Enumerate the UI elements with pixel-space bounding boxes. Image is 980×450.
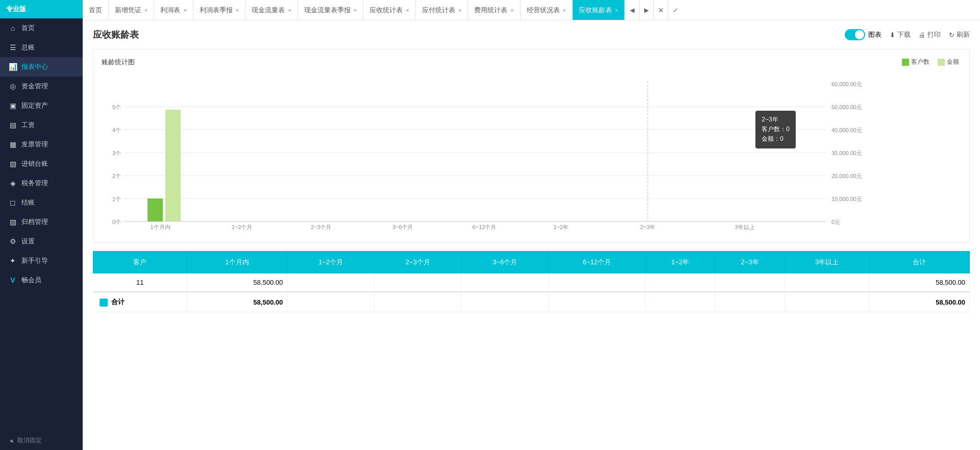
tab-next-button[interactable]: ▶ bbox=[639, 0, 653, 20]
tab-cashflow-quarterly[interactable]: 现金流量表季报 × bbox=[298, 0, 363, 20]
tab-close-receivable-stats[interactable]: × bbox=[406, 7, 409, 13]
tab-close-cashflow-quarterly[interactable]: × bbox=[354, 7, 357, 13]
sidebar-item-label: 进销台账 bbox=[21, 159, 48, 168]
chart-title: 账龄统计图 bbox=[102, 58, 961, 67]
assets-icon: ▣ bbox=[8, 102, 17, 110]
tab-close-all-button[interactable]: ✕ bbox=[653, 0, 668, 20]
sidebar-item-label: 固定资产 bbox=[21, 101, 48, 110]
sidebar-item-invoice[interactable]: ▦ 发票管理 bbox=[0, 135, 83, 154]
cell-y12 bbox=[645, 273, 715, 292]
sidebar-item-funds[interactable]: ◎ 资金管理 bbox=[0, 77, 83, 96]
col-y23: 2~3年 bbox=[715, 252, 785, 273]
aging-table: 客户 1个月内 1~2个月 2~3个月 3~6个月 6~12个月 1~2年 2~… bbox=[93, 251, 970, 312]
main-content: 首页 新增凭证 × 利润表 × 利润表季报 × 现金流量表 × 现金流量表季报 … bbox=[83, 0, 980, 450]
tab-bar: 首页 新增凭证 × 利润表 × 利润表季报 × 现金流量表 × 现金流量表季报 … bbox=[83, 0, 980, 20]
tab-close-new-voucher[interactable]: × bbox=[144, 7, 148, 13]
sidebar-item-reports[interactable]: 📊 报表中心 bbox=[0, 57, 83, 77]
download-button[interactable]: ⬇ 下载 bbox=[890, 30, 911, 39]
tab-cashflow[interactable]: 现金流量表 × bbox=[246, 0, 298, 20]
cell-total-total: 58,500.00 bbox=[869, 292, 969, 312]
chart-legend: 客户数 金额 bbox=[902, 58, 959, 66]
tab-close-profit[interactable]: × bbox=[183, 7, 186, 13]
toggle-switch-button[interactable] bbox=[845, 29, 865, 40]
svg-text:5个: 5个 bbox=[112, 104, 121, 110]
tab-new-voucher[interactable]: 新增凭证 × bbox=[109, 0, 154, 20]
sidebar-item-settings[interactable]: ⚙ 设置 bbox=[0, 232, 83, 251]
page-content-area: 应收账龄表 图表 ⬇ 下载 🖨 打印 ↻ bbox=[83, 20, 980, 450]
tab-close-profit-quarterly[interactable]: × bbox=[236, 7, 239, 13]
svg-text:1~2个月: 1~2个月 bbox=[232, 224, 253, 230]
svg-text:2~3个月: 2~3个月 bbox=[311, 224, 332, 230]
sidebar-item-label: 首页 bbox=[21, 23, 35, 33]
refresh-button[interactable]: ↻ 刷新 bbox=[949, 30, 970, 39]
tab-profit-quarterly[interactable]: 利润表季报 × bbox=[193, 0, 246, 20]
col-m23: 2~3个月 bbox=[374, 252, 461, 273]
page-inner: 应收账龄表 图表 ⬇ 下载 🖨 打印 ↻ bbox=[83, 20, 980, 450]
sidebar-item-inventory[interactable]: ▧ 进销台账 bbox=[0, 154, 83, 173]
svg-rect-1 bbox=[938, 59, 945, 66]
sidebar-item-archive[interactable]: ▨ 归档管理 bbox=[0, 212, 83, 232]
col-m12: 1~2个月 bbox=[287, 252, 375, 273]
col-m612: 6~12个月 bbox=[549, 252, 646, 273]
svg-text:40,000.00元: 40,000.00元 bbox=[831, 127, 862, 133]
table-header-row: 客户 1个月内 1~2个月 2~3个月 3~6个月 6~12个月 1~2年 2~… bbox=[93, 252, 970, 273]
settings-icon: ⚙ bbox=[8, 237, 17, 245]
tab-payable-stats[interactable]: 应付统计表 × bbox=[416, 0, 468, 20]
sidebar-item-member[interactable]: V 畅会员 bbox=[0, 270, 83, 290]
tab-close-payable-stats[interactable]: × bbox=[458, 7, 461, 13]
svg-rect-23 bbox=[165, 110, 181, 221]
sidebar-item-label: 结账 bbox=[21, 198, 35, 207]
cell-total-m612 bbox=[549, 292, 646, 312]
col-over3: 3年以上 bbox=[785, 252, 869, 273]
refresh-icon: ↻ bbox=[949, 31, 954, 39]
tab-prev-button[interactable]: ◀ bbox=[625, 0, 639, 20]
sidebar-item-home[interactable]: ⌂ 首页 bbox=[0, 18, 83, 38]
svg-text:3年以上: 3年以上 bbox=[734, 224, 754, 230]
sidebar-item-salary[interactable]: ▤ 工资 bbox=[0, 115, 83, 135]
svg-rect-22 bbox=[148, 198, 163, 221]
unpin-sidebar-button[interactable]: ◄ 取消固定 bbox=[0, 431, 83, 450]
tax-icon: ◈ bbox=[8, 179, 17, 187]
cell-total-m12 bbox=[287, 292, 375, 312]
tab-receivable-aging[interactable]: 应收账龄表 × bbox=[573, 0, 625, 20]
closing-icon: ◻ bbox=[8, 198, 17, 207]
svg-text:3~6个月: 3~6个月 bbox=[393, 224, 413, 230]
tab-business-status[interactable]: 经营状况表 × bbox=[521, 0, 573, 20]
sidebar-item-assets[interactable]: ▣ 固定资产 bbox=[0, 96, 83, 115]
svg-text:2个: 2个 bbox=[112, 173, 121, 179]
tab-home[interactable]: 首页 bbox=[83, 0, 109, 20]
svg-rect-0 bbox=[902, 59, 909, 66]
table-row: 11 58,500.00 58,500.00 bbox=[93, 273, 970, 292]
sidebar-item-closing[interactable]: ◻ 结账 bbox=[0, 193, 83, 212]
archive-icon: ▨ bbox=[8, 218, 17, 226]
svg-text:1个: 1个 bbox=[112, 196, 121, 202]
chart-toggle[interactable]: 图表 bbox=[845, 29, 881, 40]
funds-icon: ◎ bbox=[8, 82, 17, 90]
salary-icon: ▤ bbox=[8, 121, 17, 129]
svg-text:3个: 3个 bbox=[112, 150, 121, 156]
cell-total-m36 bbox=[461, 292, 549, 312]
print-button[interactable]: 🖨 打印 bbox=[919, 30, 941, 39]
cell-y23 bbox=[715, 273, 785, 292]
tab-expand-button[interactable]: ⤢ bbox=[668, 0, 682, 20]
legend-amount: 金额 bbox=[938, 58, 959, 66]
member-icon: V bbox=[8, 276, 17, 284]
sidebar-item-label: 畅会员 bbox=[21, 276, 41, 285]
tab-close-expense-stats[interactable]: × bbox=[510, 7, 513, 13]
sidebar-item-tax[interactable]: ◈ 税务管理 bbox=[0, 173, 83, 193]
home-icon: ⌂ bbox=[8, 24, 17, 32]
tab-close-business-status[interactable]: × bbox=[563, 7, 566, 13]
cell-over3 bbox=[785, 273, 869, 292]
tab-receivable-stats[interactable]: 应收统计表 × bbox=[363, 0, 415, 20]
tab-expense-stats[interactable]: 费用统计表 × bbox=[468, 0, 520, 20]
cell-m1: 58,500.00 bbox=[187, 273, 287, 292]
sidebar-item-guide[interactable]: ✦ 新手引导 bbox=[0, 251, 83, 270]
tab-close-cashflow[interactable]: × bbox=[288, 7, 291, 13]
tab-close-receivable-aging[interactable]: × bbox=[615, 7, 618, 13]
tab-profit[interactable]: 利润表 × bbox=[154, 0, 193, 20]
sidebar-item-ledger[interactable]: ☰ 总账 bbox=[0, 38, 83, 57]
svg-text:2~3年: 2~3年 bbox=[640, 224, 655, 230]
sidebar-item-label: 新手引导 bbox=[21, 256, 48, 265]
arrow-left-icon: ◄ bbox=[8, 437, 14, 444]
sidebar: 专业版 ⌂ 首页 ☰ 总账 📊 报表中心 ◎ 资金管理 ▣ 固定资产 ▤ 工资 … bbox=[0, 0, 83, 450]
